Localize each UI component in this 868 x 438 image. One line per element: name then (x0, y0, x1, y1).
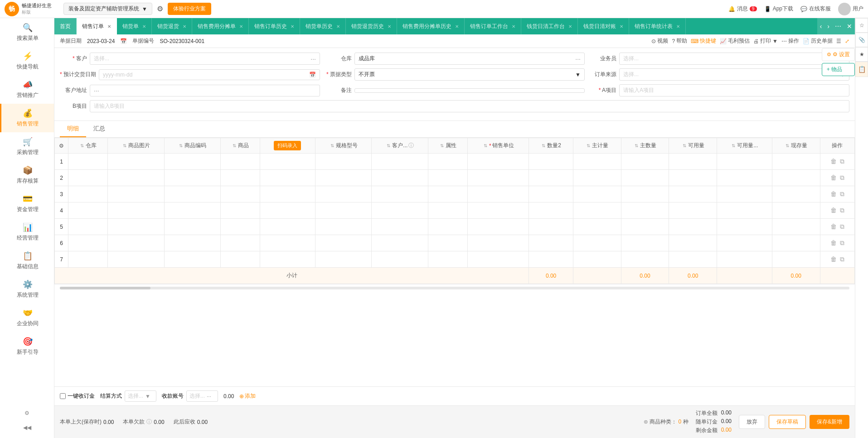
tab-sales-history[interactable]: 销货单历史 ✕ (300, 18, 346, 34)
row-5-scan[interactable] (260, 219, 315, 235)
row-5-attr[interactable] (428, 219, 468, 235)
save-new-button[interactable]: 保存&新增 (810, 415, 849, 429)
tab-daily-reconcile[interactable]: 钱货日清对账 ✕ (578, 18, 629, 34)
row-5-avail2[interactable] (717, 219, 772, 235)
row-2-attr[interactable] (428, 170, 468, 186)
row-6-code[interactable] (164, 235, 221, 251)
system-settings-icon[interactable]: ⚙ (157, 5, 163, 13)
row-5-warehouse[interactable] (68, 219, 108, 235)
row-7-code[interactable] (164, 251, 221, 268)
row-3-spec[interactable] (315, 186, 372, 202)
row-2-unit[interactable] (468, 170, 529, 186)
row-2-spec[interactable] (315, 170, 372, 186)
row-7-unit[interactable] (468, 251, 529, 268)
row-6-measure[interactable] (573, 235, 621, 251)
message-button[interactable]: 🔔 消息 9 (728, 5, 757, 13)
row-1-avail[interactable] (669, 154, 717, 170)
row-4-img[interactable] (107, 202, 164, 219)
discard-button[interactable]: 放弃 (739, 415, 765, 429)
row-6-stock[interactable] (772, 235, 820, 251)
sidebar-item-search[interactable]: 🔍 搜索菜单 (0, 18, 54, 47)
tab-sales-expense-close[interactable]: ✕ (239, 24, 243, 29)
row-5-stock[interactable] (772, 219, 820, 235)
row-1-product[interactable] (221, 154, 260, 170)
receipt-dots[interactable]: ··· (207, 393, 211, 399)
right-float-btn-3[interactable]: ★ (855, 47, 868, 62)
sidebar-item-marketing[interactable]: 📣 营销推广 (0, 75, 54, 104)
row-7-qty2[interactable] (529, 251, 573, 268)
sidebar-collapse-button[interactable]: ◀◀ (0, 422, 54, 433)
app-download-button[interactable]: 📱 App下载 (764, 5, 793, 13)
view-button[interactable]: ⊙ 视频 (651, 37, 668, 45)
row-7-attr[interactable] (428, 251, 468, 268)
row-7-spec[interactable] (315, 251, 372, 268)
tab-stats[interactable]: 销售订单统计表 ✕ (629, 18, 686, 34)
row-1-copy-icon[interactable]: ⧉ (839, 158, 845, 165)
row-1-qty2[interactable] (529, 154, 573, 170)
row-3-customer[interactable] (372, 186, 428, 202)
tab-sales-return-close[interactable]: ✕ (142, 24, 146, 29)
row-6-img[interactable] (107, 235, 164, 251)
row-2-measure[interactable] (573, 170, 621, 186)
sidebar-settings-button[interactable]: ⚙ (0, 407, 54, 419)
receipt-account-select[interactable]: 选择... ··· (186, 390, 218, 402)
row-3-copy-icon[interactable]: ⧉ (839, 190, 845, 197)
online-service-button[interactable]: 💬 在线客服 (800, 5, 831, 13)
row-5-avail[interactable] (669, 219, 717, 235)
scan-button[interactable]: 扫码录入 (274, 141, 301, 150)
row-2-stock[interactable] (772, 170, 820, 186)
tab-stats-close[interactable]: ✕ (676, 24, 680, 29)
row-4-scan[interactable] (260, 202, 315, 219)
row-1-measure[interactable] (573, 154, 621, 170)
row-5-copy-icon[interactable]: ⧉ (839, 223, 845, 230)
row-5-qty2[interactable] (529, 219, 573, 235)
row-1-spec[interactable] (315, 154, 372, 170)
row-3-scan[interactable] (260, 186, 315, 202)
row-3-qty2[interactable] (529, 186, 573, 202)
tab-return-goods[interactable]: 销货退货 ✕ (152, 18, 192, 34)
payment-method-select[interactable]: 选择... ▼ (125, 390, 156, 402)
row-1-scan[interactable] (260, 154, 315, 170)
row-4-customer[interactable] (372, 202, 428, 219)
save-draft-button[interactable]: 保存草稿 (769, 415, 806, 429)
row-1-code[interactable] (164, 154, 221, 170)
row-7-avail[interactable] (669, 251, 717, 268)
tab-nav-menu[interactable]: ⋯ (832, 18, 844, 34)
row-7-scan[interactable] (260, 251, 315, 268)
row-7-copy-icon[interactable]: ⧉ (839, 255, 845, 263)
row-5-mainqty[interactable] (621, 219, 669, 235)
row-7-product[interactable] (221, 251, 260, 268)
row-4-stock[interactable] (772, 202, 820, 219)
row-5-measure[interactable] (573, 219, 621, 235)
view-toggle[interactable]: ☰ (836, 38, 841, 44)
row-2-code[interactable] (164, 170, 221, 186)
tab-daily-clear[interactable]: 钱货日清工作台 ✕ (521, 18, 578, 34)
row-2-warehouse[interactable] (68, 170, 108, 186)
row-1-customer[interactable] (372, 154, 428, 170)
row-5-unit[interactable] (468, 219, 529, 235)
tab-return-goods-close[interactable]: ✕ (183, 24, 186, 29)
sidebar-item-sales[interactable]: 💰 销售管理 (0, 104, 54, 132)
row-4-copy-icon[interactable]: ⧉ (839, 207, 845, 214)
sidebar-item-inventory[interactable]: 📦 库存核算 (0, 161, 54, 189)
row-6-copy-icon[interactable]: ⧉ (839, 239, 845, 246)
tab-summary[interactable]: 汇总 (86, 121, 112, 137)
row-4-mainqty[interactable] (621, 202, 669, 219)
delivery-input[interactable]: yyyy-mm-dd 📅 (99, 69, 320, 80)
add-button[interactable]: ⊕ 添加 (239, 392, 256, 400)
table-settings-icon[interactable]: ⚙ (59, 143, 64, 149)
row-3-measure[interactable] (573, 186, 621, 202)
row-4-attr[interactable] (428, 202, 468, 219)
row-4-avail[interactable] (669, 202, 717, 219)
row-6-avail2[interactable] (717, 235, 772, 251)
bproject-input[interactable]: 请输入B项目 (90, 100, 849, 112)
industry-solution-button[interactable]: 体验行业方案 (168, 3, 211, 15)
tab-nav-next[interactable]: › (824, 18, 832, 34)
th-settings[interactable]: ⚙ (55, 138, 68, 154)
tab-sales-order-close[interactable]: ✕ (107, 24, 111, 29)
sidebar-item-quicknav[interactable]: ⚡ 快捷导航 (0, 47, 54, 75)
row-1-delete-icon[interactable]: 🗑 (829, 158, 838, 165)
row-7-stock[interactable] (772, 251, 820, 268)
tab-order-history[interactable]: 销售订单历史 ✕ (249, 18, 300, 34)
row-1-mainqty[interactable] (621, 154, 669, 170)
